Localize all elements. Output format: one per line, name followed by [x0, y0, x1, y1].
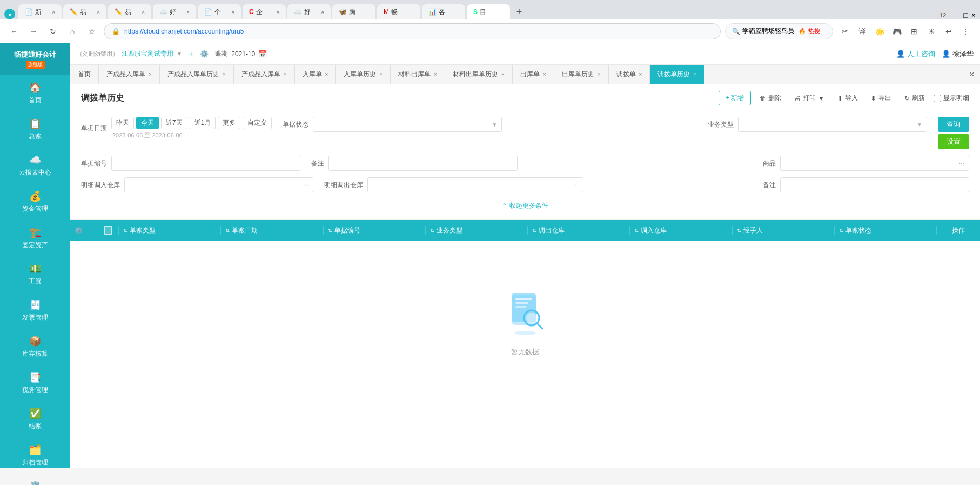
- th-checkbox[interactable]: [97, 226, 119, 235]
- display-toggle-checkbox[interactable]: [934, 95, 941, 102]
- translate-tool[interactable]: 译: [855, 24, 870, 39]
- nav-tab-transfer-hist[interactable]: 调拨单历史 ×: [650, 65, 704, 84]
- nav-tab-transfer[interactable]: 调拨单 ×: [609, 65, 650, 84]
- tab-close-7[interactable]: ×: [321, 9, 324, 15]
- browser-tab-9[interactable]: M 畅: [377, 4, 420, 19]
- tab-close-product-in2[interactable]: ×: [284, 71, 287, 77]
- browser-tab-1[interactable]: 📄 新 ×: [18, 4, 62, 19]
- date-btn-7days[interactable]: 近7天: [161, 117, 187, 129]
- select-all-checkbox[interactable]: [104, 226, 112, 235]
- apps-btn[interactable]: ⊞: [907, 24, 922, 39]
- nav-tab-product-in-hist[interactable]: 产成品入库单历史 ×: [160, 65, 234, 84]
- tab-close-transfer-hist[interactable]: ×: [693, 71, 696, 77]
- sidebar-item-invoice[interactable]: 🧾 发票管理: [0, 293, 70, 329]
- browser-tab-8[interactable]: 🦋 腾: [332, 4, 375, 19]
- biz-type-select[interactable]: ▼: [738, 117, 927, 132]
- note-input[interactable]: [328, 156, 518, 171]
- tab-close-3[interactable]: ×: [142, 9, 145, 15]
- tab-close-1[interactable]: ×: [52, 9, 55, 15]
- sidebar-item-home[interactable]: 🏠 首页: [0, 75, 70, 111]
- tab-close-4[interactable]: ×: [186, 9, 190, 15]
- nav-tab-product-in2[interactable]: 产成品入库单 ×: [234, 65, 295, 84]
- goods-select[interactable]: ···: [780, 156, 969, 171]
- sidebar-item-capital[interactable]: 💰 资金管理: [0, 184, 70, 220]
- browser-tab-10[interactable]: 📊 各: [422, 4, 465, 19]
- print-btn[interactable]: 🖨 打印 ▼: [790, 91, 829, 105]
- detail-in-select[interactable]: ···: [124, 177, 313, 192]
- tab-close-2[interactable]: ×: [97, 9, 100, 15]
- doc-number-input[interactable]: [111, 156, 300, 171]
- bookmark-button[interactable]: ☆: [84, 24, 99, 39]
- status-select[interactable]: ▼: [313, 117, 502, 132]
- display-toggle[interactable]: 显示明细: [934, 94, 969, 103]
- date-btn-1month[interactable]: 近1月: [190, 117, 216, 129]
- reload-button[interactable]: ↻: [45, 24, 61, 39]
- sidebar-item-settle[interactable]: ✅ 结账: [0, 401, 70, 437]
- detail-out-select[interactable]: ···: [367, 177, 583, 192]
- service-btn[interactable]: 👤 人工咨询: [896, 49, 935, 59]
- th-doc-date[interactable]: ⇅ 单账日期: [221, 226, 323, 235]
- import-btn[interactable]: ⬆ 导入: [833, 91, 862, 105]
- sidebar-item-settings[interactable]: ⚙️ 基础设置: [0, 474, 70, 485]
- tab-close-transfer[interactable]: ×: [639, 71, 642, 77]
- close-all-tabs-btn[interactable]: ×: [964, 70, 980, 79]
- tab-close-6[interactable]: ×: [276, 9, 279, 15]
- date-btn-today[interactable]: 今天: [136, 117, 159, 129]
- th-in-warehouse[interactable]: ⇅ 调入仓库: [630, 226, 732, 235]
- th-doc-type[interactable]: ⇅ 单账类型: [119, 226, 221, 235]
- th-gear[interactable]: ⚙️: [70, 227, 97, 234]
- sidebar-item-wages[interactable]: 💵 工资: [0, 256, 70, 293]
- company-selector[interactable]: （勿删勿禁用） 江西服宝测试专用 ▼: [77, 49, 182, 58]
- th-biz-type[interactable]: ⇅ 业务类型: [426, 226, 528, 235]
- menu-btn[interactable]: ⋮: [958, 24, 974, 39]
- scissors-tool[interactable]: ✂: [837, 24, 853, 39]
- sidebar-item-ledger[interactable]: 📋 总账: [0, 111, 70, 148]
- nav-tab-in-hist[interactable]: 入库单历史 ×: [336, 65, 391, 84]
- forward-button[interactable]: →: [26, 24, 41, 39]
- browser-tab-2[interactable]: ✏️ 易 ×: [63, 4, 106, 19]
- minimize-btn[interactable]: ―: [952, 11, 960, 19]
- sidebar-item-fixed-assets[interactable]: 🏗️ 固定资产: [0, 220, 70, 256]
- th-out-warehouse[interactable]: ⇅ 调出仓库: [528, 226, 630, 235]
- tab-close-product-in[interactable]: ×: [149, 71, 152, 77]
- nav-tab-material-out[interactable]: 材料出库单 ×: [391, 65, 445, 84]
- refresh-btn[interactable]: ↻ 刷新: [900, 91, 929, 105]
- date-btn-more[interactable]: 更多: [218, 117, 240, 129]
- new-btn[interactable]: + 新增: [719, 91, 751, 105]
- back-button[interactable]: ←: [6, 24, 22, 39]
- tab-close-product-in-hist[interactable]: ×: [223, 71, 226, 77]
- sidebar-item-archive[interactable]: 🗂️ 归档管理: [0, 437, 70, 474]
- tab-close-material-out-hist[interactable]: ×: [501, 71, 505, 77]
- search-bar[interactable]: 🔍 学霸应聘场驱鸟员 🔥 热搜: [725, 23, 833, 39]
- query-btn[interactable]: 查询: [938, 117, 969, 132]
- th-handler[interactable]: ⇅ 经手人: [733, 226, 835, 235]
- export-btn[interactable]: ⬇ 导出: [867, 91, 896, 105]
- browser-tab-5[interactable]: 📄 个 ×: [198, 4, 241, 19]
- extension2[interactable]: 🎮: [889, 24, 904, 39]
- user-section[interactable]: 👤 徐泽华: [942, 49, 974, 59]
- new-tab-button[interactable]: +: [512, 4, 527, 19]
- th-doc-status[interactable]: ⇅ 单账状态: [835, 226, 937, 235]
- date-btn-custom[interactable]: 自定义: [243, 117, 272, 129]
- address-bar[interactable]: 🔒 https://cloud.chanjet.com/accounting/u…: [104, 23, 721, 39]
- browser-tab-7[interactable]: ☁️ 好 ×: [287, 4, 331, 19]
- browser-tab-6[interactable]: C 企 ×: [243, 4, 286, 19]
- nav-tab-product-in[interactable]: 产成品入库单 ×: [99, 65, 160, 84]
- extension1[interactable]: 🌟: [872, 24, 887, 39]
- date-btn-yesterday[interactable]: 昨天: [111, 117, 134, 129]
- browser-tab-3[interactable]: ✏️ 易 ×: [108, 4, 151, 19]
- undo-btn[interactable]: ↩: [941, 24, 956, 39]
- delete-btn[interactable]: 🗑 删除: [755, 91, 786, 105]
- nav-tab-home[interactable]: 首页: [70, 65, 99, 84]
- settings-gear-btn[interactable]: ⚙️: [200, 50, 209, 58]
- theme-btn[interactable]: ☀: [924, 24, 939, 39]
- home-button[interactable]: ⌂: [65, 24, 80, 39]
- sidebar-item-tax[interactable]: 📑 税务管理: [0, 365, 70, 401]
- browser-tab-11[interactable]: S 目: [467, 4, 510, 19]
- tab-close-material-out[interactable]: ×: [434, 71, 437, 77]
- browser-tab-4[interactable]: ☁️ 好 ×: [153, 4, 196, 19]
- tab-close-5[interactable]: ×: [231, 9, 234, 15]
- nav-tab-material-out-hist[interactable]: 材料出库单历史 ×: [445, 65, 513, 84]
- collapse-btn[interactable]: ⌃ 收起更多条件: [502, 199, 548, 212]
- close-btn[interactable]: ×: [971, 11, 976, 19]
